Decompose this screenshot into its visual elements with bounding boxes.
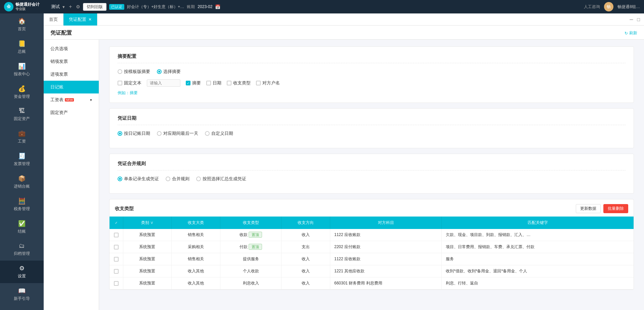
tab-voucher-config[interactable]: 凭证配置 ✕: [63, 13, 97, 26]
date-radio-journal[interactable]: 按日记账日期: [118, 130, 150, 137]
tab-close-icon[interactable]: ✕: [88, 17, 92, 22]
left-nav-sales[interactable]: 销项发票: [44, 55, 99, 68]
sidebar-item-purchase[interactable]: 📦 进销台账: [0, 171, 44, 193]
td-keywords-2: 项目、日常费用、报销款、车费、承兑汇票、付款: [442, 241, 634, 253]
sidebar-item-archive[interactable]: 🗂 归档管理: [0, 238, 44, 261]
sidebar-item-member[interactable]: 👤 畅会员: [0, 306, 44, 310]
sidebar-label-settle: 结账: [18, 229, 26, 234]
sidebar-item-settings[interactable]: ⚙ 设置: [0, 261, 44, 283]
td-checkbox-3[interactable]: [110, 253, 123, 265]
row-checkbox-2[interactable]: [114, 245, 119, 249]
date-radio-custom[interactable]: 自定义日期: [205, 130, 233, 137]
td-income-type-3: 提供服务: [220, 253, 282, 265]
left-nav-purchase-invoice[interactable]: 进项发票: [44, 68, 99, 81]
summary-radio-template[interactable]: 按模板版摘要: [118, 69, 150, 75]
calendar-icon[interactable]: 📅: [215, 4, 220, 9]
td-checkbox-5[interactable]: [110, 277, 123, 289]
merge-radio-summary[interactable]: 按照选择汇总生成凭证: [196, 176, 246, 182]
user-avatar: 畅: [604, 2, 613, 11]
td-income-type-1: 收款 置顶: [220, 229, 282, 241]
date-section-title: 凭证日期: [118, 115, 626, 125]
row-checkbox-4[interactable]: [114, 269, 119, 274]
switch-version-button[interactable]: 切到旧版: [83, 3, 106, 11]
add-button[interactable]: +: [68, 3, 73, 10]
td-direction-4: 收入: [282, 265, 330, 277]
td-checkbox-4[interactable]: [110, 265, 123, 277]
date-section: 凭证日期 按日记账日期 对应期间最后一天 自定义日期: [109, 108, 634, 148]
left-nav-label-salary-table: 工资表: [50, 97, 63, 103]
td-income-type-5: 利息收入: [220, 277, 282, 289]
user-name: 畅捷通8组…: [617, 4, 640, 10]
merge-radio-rule[interactable]: 合并规则: [166, 176, 189, 182]
select-all-checkbox[interactable]: ✓: [114, 221, 119, 225]
radio-journal-label: 按日记账日期: [124, 130, 150, 137]
tag-reset-2[interactable]: 置顶: [249, 244, 262, 250]
minimize-button[interactable]: ─: [629, 16, 635, 23]
td-direction-2: 支出: [282, 241, 330, 253]
checkbox-fixed-text-label: 固定文本: [124, 80, 141, 86]
dropdown-icon[interactable]: ▾: [62, 4, 65, 9]
radio-single-label: 单条记录生成凭证: [124, 176, 159, 182]
radio-journal-circle: [118, 131, 122, 136]
sidebar-item-assets[interactable]: 🏗 固定资产: [0, 104, 44, 126]
td-keywords-1: 欠款、现金、项目款、到款、报销款、汇入、…: [442, 229, 634, 241]
checkbox-fixed-text[interactable]: 固定文本: [118, 80, 141, 86]
income-table: ✓ 类别 ∨ 收支大类 收支类型 收支方向 对方科目 匹配关键字: [110, 217, 634, 289]
sidebar-label-tax: 税务管理: [14, 206, 30, 212]
sidebar-label-invoices: 发票管理: [14, 161, 30, 167]
radio-single-circle: [118, 177, 122, 181]
update-data-button[interactable]: 更新数据: [576, 204, 601, 213]
left-nav-journal[interactable]: 日记账: [44, 81, 99, 93]
income-table-header: 收支类型 更新数据 批量删除: [110, 199, 634, 217]
left-nav-label-sales: 销项发票: [50, 59, 68, 65]
fixed-text-input[interactable]: [147, 79, 180, 87]
table-action-btns: 更新数据 批量删除: [576, 204, 628, 213]
archive-icon: 🗂: [19, 242, 25, 249]
td-income-type-4: 个人收款: [220, 265, 282, 277]
sidebar-label-settings: 设置: [18, 273, 26, 279]
th-checkbox[interactable]: ✓: [110, 217, 123, 229]
row-checkbox-5[interactable]: [114, 281, 119, 286]
left-nav-salary-table[interactable]: 工资表 NEW ▾: [44, 93, 99, 106]
refresh-button[interactable]: ↻ 刷新: [625, 30, 637, 36]
sidebar-item-ledger[interactable]: 📒 总账: [0, 36, 44, 59]
sidebar-item-funds[interactable]: 💰 资金管理: [0, 81, 44, 104]
summary-section-title: 摘要配置: [118, 53, 626, 63]
left-nav-fixed-assets[interactable]: 固定资产: [44, 106, 99, 119]
extra-tags: 好会计（专）+好生意（标）+…: [127, 4, 184, 10]
checkbox-date-box: [206, 81, 211, 85]
sidebar-item-invoices[interactable]: 🧾 发票管理: [0, 148, 44, 171]
td-checkbox-1[interactable]: [110, 229, 123, 241]
row-checkbox-3[interactable]: [114, 257, 119, 262]
tab-home-label: 首页: [49, 16, 58, 23]
checkbox-date[interactable]: 日期: [206, 80, 221, 86]
support-link[interactable]: 人工咨询: [584, 4, 600, 10]
sidebar-item-home[interactable]: 🏠 首页: [0, 13, 44, 36]
date-radio-period-last[interactable]: 对应期间最后一天: [157, 130, 198, 137]
sidebar-item-tax[interactable]: 🧮 税务管理: [0, 193, 44, 216]
maximize-button[interactable]: □: [636, 16, 641, 23]
td-keywords-5: 利息、行转、返自: [442, 277, 634, 289]
sidebar-item-guide[interactable]: 📖 新手引导: [0, 283, 44, 306]
checkbox-fixed-text-box: [118, 81, 122, 85]
left-nav-public[interactable]: 公共选项: [44, 42, 99, 55]
sidebar-item-settle[interactable]: ✅ 结账: [0, 216, 44, 238]
td-checkbox-2[interactable]: [110, 241, 123, 253]
summary-radio-select[interactable]: 选择摘要: [157, 69, 181, 75]
settings-icon[interactable]: ⚙: [76, 4, 80, 9]
sidebar-label-purchase: 进销台账: [14, 184, 30, 189]
tag-reset-1[interactable]: 置顶: [249, 232, 262, 238]
checkbox-income-type[interactable]: 收支类型: [227, 80, 251, 86]
sidebar-item-reports[interactable]: 📊 报表中心: [0, 59, 44, 81]
checkbox-counterpart[interactable]: 对方户名: [256, 80, 280, 86]
td-keywords-4: 收到*借款、收到*备用金、退回*备用金、个人: [442, 265, 634, 277]
tab-voucher-config-label: 凭证配置: [69, 16, 86, 23]
sidebar-item-salary[interactable]: 💼 工资: [0, 126, 44, 148]
checkbox-summary[interactable]: ✓ 摘要: [186, 80, 201, 86]
header-tab-name: 测试: [51, 4, 60, 10]
batch-delete-button[interactable]: 批量删除: [603, 204, 628, 213]
row-checkbox-1[interactable]: [114, 233, 119, 237]
radio-period-last-circle: [157, 131, 162, 136]
merge-radio-single[interactable]: 单条记录生成凭证: [118, 176, 159, 182]
tab-home[interactable]: 首页: [44, 13, 63, 26]
